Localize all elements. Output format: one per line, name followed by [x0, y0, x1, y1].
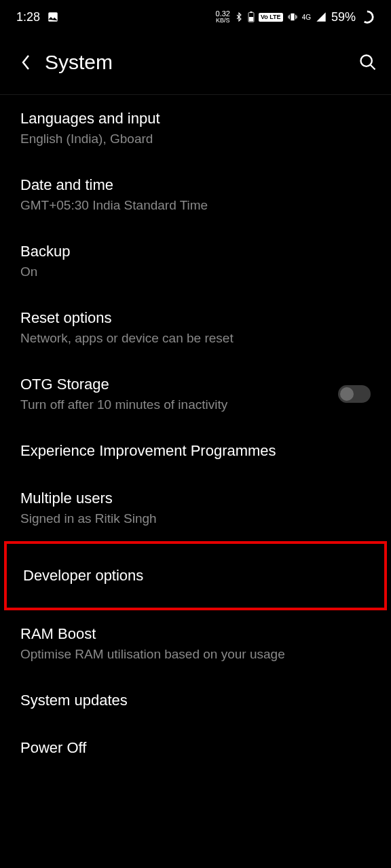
- setting-ram-boost[interactable]: RAM Boost Optimise RAM utilisation based…: [0, 610, 391, 677]
- setting-subtitle: Signed in as Ritik Singh: [20, 511, 371, 526]
- data-speed-indicator: 0.32 KB/S: [216, 11, 230, 23]
- setting-title: Power Off: [20, 739, 371, 757]
- vibrate-icon: [287, 12, 298, 22]
- network-type-label: 4G: [302, 14, 311, 21]
- setting-date-time[interactable]: Date and time GMT+05:30 India Standard T…: [0, 161, 391, 228]
- svg-rect-4: [291, 14, 294, 21]
- settings-list: Languages and input English (India), Gbo…: [0, 95, 391, 772]
- setting-subtitle: Optimise RAM utilisation based on your u…: [20, 647, 371, 662]
- otg-toggle[interactable]: [338, 385, 371, 403]
- back-button[interactable]: [20, 54, 31, 71]
- svg-rect-3: [250, 12, 252, 13]
- svg-point-6: [361, 56, 372, 66]
- setting-title: Reset options: [20, 309, 371, 327]
- setting-reset-options[interactable]: Reset options Network, apps or device ca…: [0, 294, 391, 361]
- setting-title: Languages and input: [20, 110, 371, 127]
- battery-percent: 59%: [331, 10, 356, 24]
- setting-title: Date and time: [20, 176, 371, 194]
- setting-otg-storage[interactable]: OTG Storage Turn off after 10 minutes of…: [0, 361, 391, 427]
- setting-title: Experience Improvement Programmes: [20, 442, 371, 460]
- setting-title: Backup: [20, 243, 371, 260]
- setting-backup[interactable]: Backup On: [0, 228, 391, 294]
- setting-subtitle: On: [20, 264, 371, 279]
- setting-experience-improvement[interactable]: Experience Improvement Programmes: [0, 427, 391, 475]
- svg-point-5: [362, 12, 373, 23]
- setting-developer-options[interactable]: Developer options: [4, 541, 387, 610]
- header: System: [0, 34, 391, 95]
- volte-badge: Vo LTE: [259, 13, 283, 22]
- setting-title: RAM Boost: [20, 625, 371, 643]
- setting-title: System updates: [20, 692, 371, 709]
- setting-subtitle: English (India), Gboard: [20, 132, 371, 146]
- status-bar: 1:28 0.32 KB/S Vo LTE 4G 59%: [0, 0, 391, 34]
- setting-power-off[interactable]: Power Off: [0, 724, 391, 772]
- setting-multiple-users[interactable]: Multiple users Signed in as Ritik Singh: [0, 475, 391, 541]
- setting-title: Developer options: [23, 567, 368, 585]
- signal-icon: [315, 12, 327, 22]
- search-button[interactable]: [358, 53, 377, 72]
- battery-circle-icon: [360, 9, 375, 24]
- setting-title: Multiple users: [20, 490, 371, 507]
- setting-system-updates[interactable]: System updates: [0, 677, 391, 724]
- photo-icon: [47, 11, 59, 23]
- setting-subtitle: Network, apps or device can be reset: [20, 331, 371, 346]
- setting-subtitle: Turn off after 10 minutes of inactivity: [20, 397, 324, 412]
- status-time: 1:28: [16, 10, 40, 24]
- bluetooth-icon: [234, 11, 244, 23]
- page-title: System: [45, 51, 358, 74]
- setting-title: OTG Storage: [20, 376, 324, 393]
- battery-small-icon: [248, 12, 255, 22]
- svg-rect-2: [249, 17, 253, 21]
- setting-subtitle: GMT+05:30 India Standard Time: [20, 198, 371, 213]
- setting-languages-input[interactable]: Languages and input English (India), Gbo…: [0, 95, 391, 161]
